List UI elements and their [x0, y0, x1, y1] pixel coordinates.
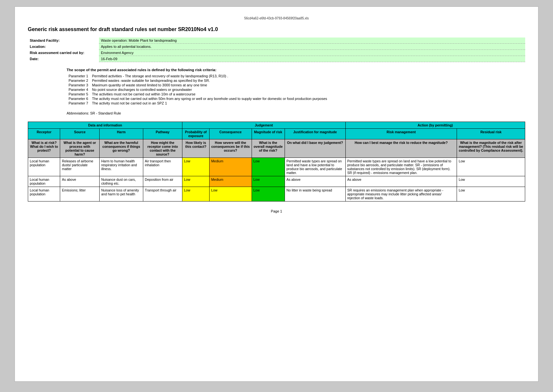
table-cell: Low	[457, 176, 525, 187]
scope-title: The scope of the permit and associated r…	[67, 68, 525, 72]
param-row: Parameter 5 The activities must not be c…	[67, 92, 329, 96]
info-label: Risk assessment carried out by:	[28, 50, 99, 56]
info-table: Standard Facility: Waste operation: Mobi…	[28, 38, 525, 62]
col-question: What is the magnitude of the risk after …	[457, 139, 525, 158]
param-text: The activity must not be carried out wit…	[90, 96, 329, 101]
page-container: 56cd4a62-e6fd-43cb-9793-84569f20aa85.xls…	[15, 6, 538, 382]
param-row: Parameter 1 Permitted activities - The s…	[67, 74, 329, 78]
table-cell: Low	[182, 176, 209, 187]
info-value: Applies to all potential locations.	[99, 44, 525, 50]
col-header: Justification for magnitude	[285, 129, 345, 139]
info-label: Date:	[28, 56, 99, 62]
col-header: Magnitude of risk	[252, 129, 285, 139]
table-cell: Low	[252, 187, 285, 201]
param-table: Parameter 1 Permitted activities - The s…	[67, 74, 329, 105]
table-cell: As above	[60, 176, 100, 187]
table-cell: No litter in waste being spread	[285, 187, 345, 201]
table-row: Local human populationReleases of airbor…	[28, 158, 525, 176]
table-cell: Nuisance loss of amenity and harm to pet…	[100, 187, 143, 201]
table-cell: Releases of airborne dusts/ particulate …	[60, 158, 100, 176]
table-cell: Low	[252, 158, 285, 176]
info-row: Location: Applies to all potential locat…	[28, 44, 525, 50]
col-question: How can I best manage the risk to reduce…	[345, 139, 457, 158]
col-header: Consequence	[210, 129, 252, 139]
info-value: Environment Agency	[99, 50, 525, 56]
info-row: Date: 16-Feb-09	[28, 56, 525, 62]
table-cell: As above	[285, 176, 345, 187]
col-header: Risk management	[345, 129, 457, 139]
param-text: Maximum quantity of waste stored limited…	[90, 83, 329, 87]
param-row: Parameter 3 Maximum quantity of waste st…	[67, 83, 329, 87]
param-text: The activities must not be carried out w…	[90, 92, 329, 96]
col-question: How likely is this contact?	[182, 139, 209, 158]
section-header: Judgement	[182, 122, 345, 129]
col-question: What is the agent or process with potent…	[60, 139, 100, 158]
param-row: Parameter 6 The activity must not be car…	[67, 96, 329, 101]
table-cell: Local human population	[28, 187, 60, 201]
table-row: Local human populationEmissions; litterN…	[28, 187, 525, 201]
param-text: Permitted wastes -waste suitable for lan…	[90, 78, 329, 83]
info-label: Standard Facility:	[28, 38, 99, 44]
col-question: What are the harmful consequences if thi…	[100, 139, 143, 158]
info-row: Standard Facility: Waste operation: Mobi…	[28, 38, 525, 44]
param-label: Parameter 1	[67, 74, 90, 78]
table-cell: Deposition from air	[143, 176, 182, 187]
param-text: No point source discharges to controlled…	[90, 87, 329, 92]
param-row: Parameter 2 Permitted wastes -waste suit…	[67, 78, 329, 83]
param-label: Parameter 4	[67, 87, 90, 92]
param-label: Parameter 2	[67, 78, 90, 83]
col-header: Probability of exposure	[182, 129, 209, 139]
param-label: Parameter 6	[67, 96, 90, 101]
param-row: Parameter 7 The activity must not be car…	[67, 101, 329, 105]
table-row: Local human populationAs aboveNuisance d…	[28, 176, 525, 187]
table-cell: Harm to human health respiratory irritat…	[100, 158, 143, 176]
col-header: Harm	[100, 129, 143, 139]
param-text: Permitted activities - The storage and r…	[90, 74, 329, 78]
main-title: Generic risk assessment for draft standa…	[28, 27, 525, 32]
table-cell: Local human population	[28, 158, 60, 176]
table-cell: Low	[182, 187, 209, 201]
col-header: Pathway	[143, 129, 182, 139]
param-text: The activity must not be carried out in …	[90, 101, 329, 105]
table-cell: Permitted waste types are spread on land…	[345, 158, 457, 176]
table-cell: As above	[345, 176, 457, 187]
table-cell: Medium	[210, 158, 252, 176]
table-cell: Low	[457, 158, 525, 176]
page-footer: Page 1	[28, 209, 525, 213]
param-label: Parameter 5	[67, 92, 90, 96]
param-row: Parameter 4 No point source discharges t…	[67, 87, 329, 92]
col-question: What is the overall magnitude of the ris…	[252, 139, 285, 158]
table-cell: Transport through air	[143, 187, 182, 201]
table-cell: Low	[210, 187, 252, 201]
table-cell: Emissions; litter	[60, 187, 100, 201]
table-cell: Air transport then inhalation	[143, 158, 182, 176]
table-cell: Local human population	[28, 176, 60, 187]
scope-section: The scope of the permit and associated r…	[67, 68, 525, 105]
param-label: Parameter 7	[67, 101, 90, 105]
col-question: What is at risk? What do I wish to prote…	[28, 139, 60, 158]
section-header: Action (by permitting)	[345, 122, 525, 129]
col-question: On what did I base my judgement?	[285, 139, 345, 158]
abbrev-section: Abbreviations: SR - Standard Rule	[67, 111, 525, 115]
table-cell: Permitted waste types are spread on land…	[285, 158, 345, 176]
file-id: 56cd4a62-e6fd-43cb-9793-84569f20aa85.xls	[28, 16, 525, 20]
table-cell: Low	[182, 158, 209, 176]
table-cell: SR requires an emissions management plan…	[345, 187, 457, 201]
col-question: How severe will the consequences be if t…	[210, 139, 252, 158]
col-header: Source	[60, 129, 100, 139]
param-label: Parameter 3	[67, 83, 90, 87]
info-row: Risk assessment carried out by: Environm…	[28, 50, 525, 56]
risk-table: Data and informationJudgementAction (by …	[28, 122, 525, 201]
info-value: Waste operation: Mobile Plant for landsp…	[99, 38, 525, 44]
col-header: Residual risk	[457, 129, 525, 139]
col-question: How might the receptor come into contact…	[143, 139, 182, 158]
info-value: 16-Feb-09	[99, 56, 525, 62]
table-cell: Low	[457, 187, 525, 201]
table-cell: Nuisance dust on cars, clothing etc.	[100, 176, 143, 187]
section-header: Data and information	[28, 122, 182, 129]
table-cell: Low	[252, 176, 285, 187]
col-header: Receptor	[28, 129, 60, 139]
info-label: Location:	[28, 44, 99, 50]
table-cell: Medium	[210, 176, 252, 187]
